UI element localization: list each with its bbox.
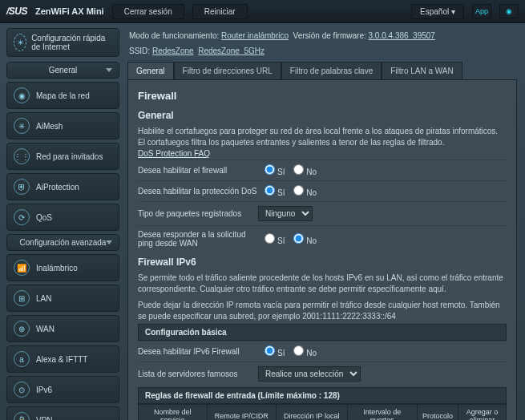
- sidebar-item-label: AiMesh: [36, 122, 63, 131]
- sidebar-item-label: VPN: [36, 416, 53, 421]
- col-local: Dirección IP local: [276, 405, 347, 421]
- section-ipv6-title: Firewall IPv6: [138, 256, 507, 268]
- nav-icon: a: [14, 351, 30, 367]
- sidebar-item-inal-mbrico[interactable]: 📶Inalámbrico: [6, 254, 119, 281]
- label-ping-wan: Desea responder a la solicitud ping desd…: [138, 230, 258, 248]
- sidebar-item-label: Inalámbrico: [36, 264, 78, 273]
- sidebar-item-aimesh[interactable]: ✳AiMesh: [6, 112, 119, 139]
- enable-ipv6-yes[interactable]: Sí: [258, 349, 285, 357]
- label-enable-firewall: Desea habilitar el firewall: [138, 166, 258, 175]
- ssid2-link[interactable]: RedesZone_5GHz: [198, 46, 265, 55]
- nav-icon: ⟳: [14, 209, 30, 225]
- col-ports: Intervalo de puertos: [347, 405, 417, 421]
- sidebar-item-wan[interactable]: ⊕WAN: [6, 315, 119, 342]
- sidebar-item-label: Red para invitados: [36, 152, 103, 161]
- group-advanced[interactable]: Configuración avanzada: [6, 234, 119, 251]
- col-remote: Remote IP/CIDR: [207, 405, 276, 421]
- sidebar-item-label: Mapa de la red: [36, 91, 90, 100]
- sidebar-item-label: AiProtection: [36, 183, 79, 192]
- enable-dos-no[interactable]: No: [287, 188, 317, 197]
- sidebar-item-label: Alexa & IFTTT: [36, 355, 87, 364]
- tab-filtro-lan-a-wan[interactable]: Filtro LAN a WAN: [382, 62, 462, 79]
- sidebar-item-aiprotection[interactable]: ⛨AiProtection: [6, 173, 119, 200]
- language-button[interactable]: Español ▾: [411, 4, 464, 19]
- meta-line1: Modo de funcionamiento: Router inalámbri…: [127, 28, 517, 43]
- notification-icon[interactable]: ◉: [499, 4, 519, 18]
- nav-icon: ◉: [14, 87, 30, 103]
- col-service: Nombre del servicio: [139, 405, 208, 421]
- sidebar-item-mapa-de-la-red[interactable]: ◉Mapa de la red: [6, 82, 119, 109]
- sidebar-item-red-para-invitados[interactable]: ⋮⋮Red para invitados: [6, 143, 119, 170]
- label-enable-ipv6-fw: Desea habilitar IPv6 Firewall: [138, 347, 258, 356]
- sidebar-item-label: WAN: [36, 325, 55, 333]
- basic-config-head: Configuración básica: [138, 324, 507, 341]
- sidebar-item-label: QoS: [36, 213, 52, 222]
- panel: Firewall General Habilite el cortafuegos…: [127, 80, 517, 420]
- enable-ipv6-no[interactable]: No: [287, 349, 317, 357]
- app-badge[interactable]: App: [472, 4, 491, 18]
- desc-ipv6-2: Puede dejar la dirección IP remota vacía…: [138, 300, 507, 322]
- enable-fw-no[interactable]: No: [287, 168, 317, 176]
- label-log-type: Tipo de paquetes registrados: [138, 209, 258, 218]
- fw-link[interactable]: 3.0.0.4.386_39507: [369, 31, 435, 40]
- logout-button[interactable]: Cerrar sesión: [112, 4, 184, 19]
- label-famous-list: Lista de servidores famosos: [138, 370, 258, 378]
- nav-icon: ⊙: [14, 382, 30, 398]
- sidebar-item-qos[interactable]: ⟳QoS: [6, 204, 119, 231]
- topbar: /SUS ZenWiFi AX Mini Cerrar sesión Reini…: [0, 0, 525, 23]
- nav-icon: 🔒: [14, 412, 30, 420]
- ping-wan-no[interactable]: No: [287, 236, 317, 245]
- quick-setup[interactable]: ✶ Configuración rápida de Internet: [6, 28, 119, 57]
- rules-head: Reglas de firewall de entrada (Límite má…: [138, 387, 507, 404]
- tab-filtro-de-direcciones-url[interactable]: Filtro de direcciones URL: [174, 62, 281, 79]
- desc-ipv6-1: Se permite todo el tráfico saliente proc…: [138, 273, 507, 295]
- sidebar-item-ipv6[interactable]: ⊙IPv6: [6, 376, 119, 403]
- tab-general[interactable]: General: [127, 62, 174, 79]
- product-name: ZenWiFi AX Mini: [35, 6, 104, 16]
- main-content: Modo de funcionamiento: Router inalámbri…: [124, 23, 525, 420]
- nav-icon: 📶: [14, 260, 30, 276]
- nav-icon: ⊞: [14, 290, 30, 306]
- sidebar-item-alexa-ifttt[interactable]: aAlexa & IFTTT: [6, 345, 119, 373]
- ping-wan-yes[interactable]: Sí: [258, 236, 285, 245]
- desc-general: Habilite el cortafuegos para proteger su…: [138, 126, 507, 160]
- app-root: /SUS ZenWiFi AX Mini Cerrar sesión Reini…: [0, 0, 525, 420]
- label-enable-dos: Desea habilitar la protección DoS: [138, 187, 258, 196]
- dos-faq-link[interactable]: DoS Protection FAQ: [138, 149, 210, 158]
- nav-icon: ⊕: [14, 321, 30, 337]
- nav-icon: ⋮⋮: [14, 148, 30, 164]
- sidebar-item-lan[interactable]: ⊞LAN: [6, 285, 119, 312]
- nav-icon: ⛨: [14, 179, 30, 195]
- col-proto: Protocolo: [417, 405, 458, 421]
- section-general-title: General: [138, 110, 507, 121]
- quick-setup-label: Configuración rápida de Internet: [31, 34, 112, 51]
- rules-table: Nombre del servicio Remote IP/CIDR Direc…: [138, 404, 507, 420]
- famous-list-select[interactable]: Realice una selección: [258, 366, 361, 382]
- quick-setup-icon: ✶: [14, 34, 26, 51]
- log-type-select[interactable]: Ninguno: [258, 206, 313, 221]
- enable-dos-yes[interactable]: Sí: [258, 188, 285, 197]
- brand-logo: /SUS: [6, 6, 27, 17]
- nav-icon: ✳: [14, 118, 30, 134]
- sidebar-item-label: LAN: [36, 294, 51, 303]
- col-action: Agregar o eliminar: [458, 405, 507, 421]
- ssid1-link[interactable]: RedesZone: [152, 46, 194, 55]
- reboot-button[interactable]: Reiniciar: [192, 4, 248, 19]
- sidebar-item-vpn[interactable]: 🔒VPN: [6, 406, 119, 420]
- sidebar-item-label: IPv6: [36, 386, 52, 394]
- tabs: GeneralFiltro de direcciones URLFiltro d…: [127, 62, 517, 80]
- sidebar: ✶ Configuración rápida de Internet Gener…: [0, 23, 124, 420]
- mode-link[interactable]: Router inalámbrico: [221, 31, 289, 40]
- meta-line2: SSID: RedesZone RedesZone_5GHz: [127, 43, 517, 59]
- tab-filtro-de-palabras-clave[interactable]: Filtro de palabras clave: [281, 62, 382, 79]
- enable-fw-yes[interactable]: Sí: [258, 168, 285, 176]
- group-general[interactable]: General: [6, 62, 119, 79]
- page-title: Firewall: [138, 90, 507, 102]
